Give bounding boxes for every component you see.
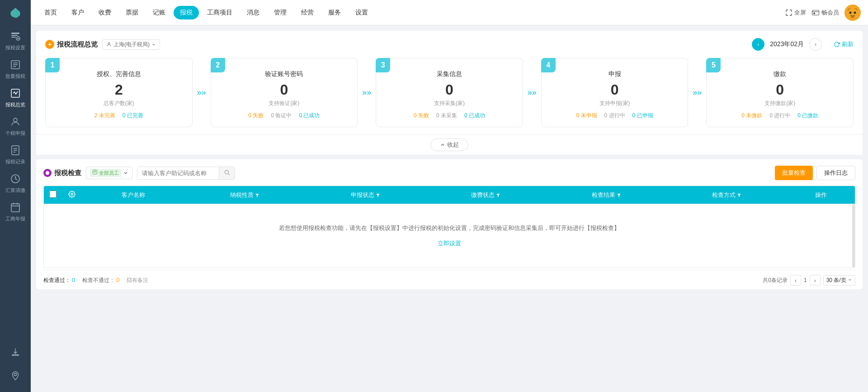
step-2-stat-fail[interactable]: 0 失败 [248, 112, 264, 120]
nav-svc[interactable]: 服务 [322, 6, 347, 19]
next-page-button[interactable]: › [810, 275, 821, 286]
scrollbar[interactable] [852, 204, 855, 268]
sidebar-item-label: 工商年报 [5, 215, 25, 222]
nav-biz[interactable]: 工商项目 [201, 6, 239, 19]
location-text: 上海(电子税局) [113, 41, 150, 48]
step-4-stat-ok[interactable]: 0 已申报 [632, 112, 653, 120]
nav-msg[interactable]: 消息 [241, 6, 266, 19]
per-page-dropdown-icon [848, 277, 852, 282]
sidebar-bottom-download[interactable] [0, 341, 31, 363]
svg-marker-41 [256, 194, 259, 197]
th-check-method[interactable]: 检查方式 [667, 186, 788, 204]
svg-point-33 [108, 43, 110, 44]
nav-invoice[interactable]: 票据 [119, 6, 145, 19]
nav-settings[interactable]: 设置 [349, 6, 374, 19]
fullscreen-label: 全屏 [794, 9, 806, 17]
fail-count: 检查不通过： 0 [82, 277, 119, 284]
avatar[interactable] [844, 5, 861, 21]
filter-icon [376, 193, 380, 197]
step-5-stat-mid[interactable]: 0 进行中 [769, 112, 790, 120]
step-arrow-1: »» [193, 58, 211, 127]
search-button[interactable] [219, 167, 235, 179]
filter-icon [496, 193, 500, 197]
step-4-stat-mid[interactable]: 0 进行中 [604, 112, 625, 120]
sidebar-item-personal-tax[interactable]: 个税申报 [0, 111, 31, 139]
annual-biz-icon [8, 200, 23, 215]
step-3-stat-mid[interactable]: 0 未采集 [436, 112, 457, 120]
employee-select[interactable]: 全部员工 [86, 167, 132, 179]
nav-tax[interactable]: 报税 [174, 6, 199, 19]
check-footer: 检查通过： 0 检查不通过： 0 囧有备注 共0条记录 ‹ 1 › 30 条/页 [43, 270, 855, 289]
sidebar-item-annual-biz[interactable]: 工商年报 [0, 196, 31, 225]
table-body-empty: 若您想使用报税检查功能，请先在【报税设置】中进行报税的初始化设置，完成密码验证和… [44, 204, 855, 268]
sidebar-bottom [0, 341, 31, 392]
svg-point-32 [851, 16, 854, 18]
th-settings [62, 186, 82, 204]
step-2-count: 0 [218, 82, 350, 98]
step-3-stat-ok[interactable]: 0 已成功 [464, 112, 485, 120]
fullscreen-button[interactable]: 全屏 [785, 9, 806, 17]
nav-mgmt[interactable]: 管理 [268, 6, 293, 19]
svg-point-12 [14, 118, 17, 122]
app-logo[interactable] [0, 0, 31, 25]
step-5-stats: 0 未缴款 0 进行中 0 已缴款 [714, 112, 846, 120]
nav-fee[interactable]: 收费 [92, 6, 118, 19]
step-2-stat-ok[interactable]: 0 已成功 [299, 112, 320, 120]
nav-bookkeep[interactable]: 记账 [146, 6, 172, 19]
pass-link[interactable]: 0 [72, 277, 75, 283]
collapse-button[interactable]: 收起 [430, 139, 468, 151]
th-tax-nature[interactable]: 纳税性质 [185, 186, 306, 204]
step-3-stat-fail[interactable]: 0 失败 [414, 112, 429, 120]
personal-tax-icon [8, 115, 23, 129]
step-3-num: 3 [376, 58, 390, 72]
step-4-subtitle: 支持申报(家) [549, 100, 681, 107]
step-2-stats: 0 失败 0 验证中 0 已成功 [218, 112, 350, 120]
svg-rect-2 [11, 35, 18, 36]
step-1-stat-fail[interactable]: 2 未完善 [94, 112, 115, 120]
settings-icon[interactable] [68, 191, 75, 198]
step-5-stat-ok[interactable]: 0 已缴款 [797, 112, 818, 120]
sidebar-item-tax-record[interactable]: 报税记录 [0, 139, 31, 168]
per-page-select[interactable]: 30 条/页 [823, 275, 855, 286]
check-header-right: 批量检查 操作日志 [775, 166, 855, 180]
step-2-stat-mid[interactable]: 0 验证中 [271, 112, 292, 120]
sidebar-item-tax-overview[interactable]: 报税总览 [0, 82, 31, 111]
check-table: 客户名称 纳税性质 申报状态 [44, 186, 855, 204]
nav-home[interactable]: 首页 [38, 6, 63, 19]
prev-page-button[interactable]: ‹ [790, 275, 801, 286]
sidebar-item-batch-tax[interactable]: 批量报税 [0, 54, 31, 82]
th-declare-status[interactable]: 申报状态 [305, 186, 426, 204]
dropdown-icon [123, 170, 128, 176]
step-5-count: 0 [714, 82, 846, 98]
setup-link[interactable]: 立即设置 [279, 238, 620, 249]
sidebar-item-tax-settings[interactable]: 报税设置 [0, 25, 31, 54]
th-pay-status[interactable]: 缴费状态 [426, 186, 547, 204]
th-check-result[interactable]: 检查结果 [546, 186, 667, 204]
pass-count: 检查通过： 0 [43, 277, 75, 284]
fail-link[interactable]: 0 [116, 277, 119, 283]
sidebar-bottom-location[interactable] [0, 365, 31, 387]
svg-point-34 [46, 171, 49, 175]
location-tag[interactable]: 上海(电子税局) [102, 39, 160, 50]
svg-point-40 [71, 193, 73, 195]
prev-month-button[interactable]: ‹ [752, 38, 764, 51]
vip-button[interactable]: 畅会员 [811, 9, 839, 17]
search-input[interactable] [137, 167, 219, 179]
step-2-card: 2 验证账号密码 0 支持验证(家) 0 失败 0 验证中 [211, 58, 358, 127]
nav-ops[interactable]: 经营 [295, 6, 320, 19]
tax-record-icon [8, 143, 23, 158]
search-icon [224, 169, 230, 176]
refresh-label: 刷新 [842, 40, 854, 48]
nav-client[interactable]: 客户 [65, 6, 90, 19]
select-all-checkbox[interactable] [49, 191, 57, 198]
filter-icon [255, 193, 259, 197]
step-4-stat-fail[interactable]: 0 未申报 [576, 112, 597, 120]
batch-check-button[interactable]: 批量检查 [775, 166, 813, 180]
sidebar-item-label: 报税总览 [5, 101, 25, 108]
step-1-stat-ok[interactable]: 0 已完善 [123, 112, 143, 120]
next-month-button[interactable]: › [809, 38, 822, 51]
operation-log-button[interactable]: 操作日志 [816, 166, 855, 180]
step-5-stat-fail[interactable]: 0 未缴款 [741, 112, 762, 120]
sidebar-item-settlement[interactable]: 汇算清缴 [0, 168, 31, 196]
refresh-button[interactable]: 刷新 [834, 40, 854, 48]
